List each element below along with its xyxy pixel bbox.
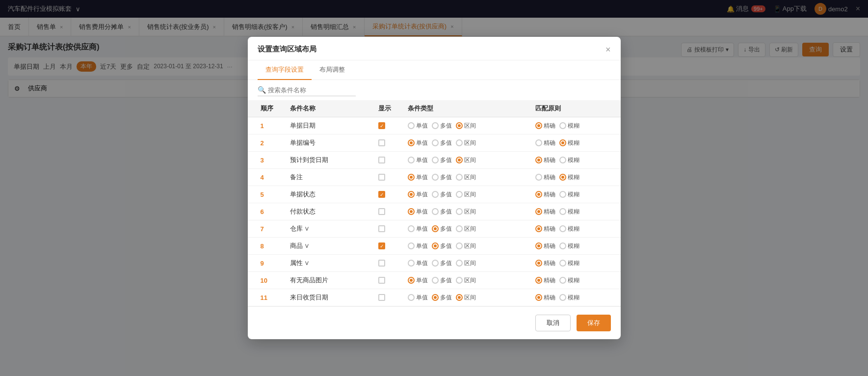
radio-single[interactable]: 单值 bbox=[408, 259, 428, 268]
display-checkbox[interactable]: ✓ bbox=[378, 191, 385, 198]
radio-match-fuzzy[interactable]: 模糊 bbox=[559, 259, 579, 268]
display-checkbox[interactable] bbox=[378, 157, 385, 163]
radio-multi[interactable]: 多值 bbox=[432, 259, 452, 268]
radio-single[interactable]: 单值 bbox=[408, 173, 428, 182]
radio-range[interactable]: 区间 bbox=[456, 156, 476, 164]
display-checkbox[interactable] bbox=[378, 225, 385, 232]
col-header-type: 条件类型 bbox=[405, 100, 532, 117]
search-input-wrap: 🔍 bbox=[258, 86, 356, 96]
radio-single[interactable]: 单值 bbox=[408, 225, 428, 233]
radio-range[interactable]: 区间 bbox=[456, 276, 476, 285]
dialog-footer: 取消 保存 bbox=[248, 306, 621, 339]
display-checkbox[interactable]: ✓ bbox=[378, 122, 385, 129]
radio-match-fuzzy[interactable]: 模糊 bbox=[559, 294, 579, 302]
radio-single[interactable]: 单值 bbox=[408, 190, 428, 199]
display-checkbox[interactable] bbox=[378, 260, 385, 267]
dialog-tab-layout[interactable]: 布局调整 bbox=[312, 60, 353, 80]
search-input[interactable] bbox=[268, 86, 346, 94]
radio-match-exact[interactable]: 精确 bbox=[535, 208, 555, 216]
table-row: 6付款状态单值多值区间精确模糊 bbox=[248, 203, 621, 220]
row-order: 2 bbox=[258, 135, 287, 151]
radio-range[interactable]: 区间 bbox=[456, 259, 476, 268]
radio-multi[interactable]: 多值 bbox=[432, 242, 452, 250]
settings-dialog: 设置查询区域布局 × 查询字段设置 布局调整 🔍 顺序 条件名称 显示 条件类型 bbox=[248, 37, 621, 339]
row-type-cell: 单值多值区间 bbox=[405, 204, 532, 220]
dialog-close-btn[interactable]: × bbox=[605, 45, 611, 54]
row-name: 属性 ∨ bbox=[287, 255, 375, 271]
radio-match-exact[interactable]: 精确 bbox=[535, 294, 555, 302]
display-checkbox[interactable] bbox=[378, 294, 385, 301]
row-display-cell bbox=[375, 290, 405, 305]
radio-match-fuzzy[interactable]: 模糊 bbox=[559, 173, 579, 182]
radio-match-fuzzy[interactable]: 模糊 bbox=[559, 225, 579, 233]
radio-single[interactable]: 单值 bbox=[408, 156, 428, 164]
radio-match-exact[interactable]: 精确 bbox=[535, 259, 555, 268]
row-match-cell: 精确模糊 bbox=[532, 152, 621, 168]
radio-match-fuzzy[interactable]: 模糊 bbox=[559, 156, 579, 164]
row-type-cell: 单值多值区间 bbox=[405, 169, 532, 186]
radio-single[interactable]: 单值 bbox=[408, 139, 428, 147]
radio-match-exact[interactable]: 精确 bbox=[535, 173, 555, 182]
row-name: 单据状态 bbox=[287, 186, 375, 203]
radio-match-fuzzy[interactable]: 模糊 bbox=[559, 139, 579, 147]
radio-match-fuzzy[interactable]: 模糊 bbox=[559, 276, 579, 285]
radio-match-exact[interactable]: 精确 bbox=[535, 242, 555, 250]
row-display-cell: ✓ bbox=[375, 239, 405, 253]
table-row: 7仓库 ∨单值多值区间精确模糊 bbox=[248, 220, 621, 238]
radio-multi[interactable]: 多值 bbox=[432, 122, 452, 130]
radio-multi[interactable]: 多值 bbox=[432, 139, 452, 147]
radio-multi[interactable]: 多值 bbox=[432, 225, 452, 233]
table-row: 8商品 ∨✓单值多值区间精确模糊 bbox=[248, 238, 621, 255]
table-row: 10有无商品图片单值多值区间精确模糊 bbox=[248, 272, 621, 289]
radio-match-exact[interactable]: 精确 bbox=[535, 276, 555, 285]
table-row: 11来日收货日期单值多值区间精确模糊 bbox=[248, 289, 621, 306]
radio-match-exact[interactable]: 精确 bbox=[535, 122, 555, 130]
dialog-tab-query-fields[interactable]: 查询字段设置 bbox=[258, 60, 312, 80]
radio-match-exact[interactable]: 精确 bbox=[535, 139, 555, 147]
radio-match-fuzzy[interactable]: 模糊 bbox=[559, 208, 579, 216]
radio-range[interactable]: 区间 bbox=[456, 139, 476, 147]
radio-match-exact[interactable]: 精确 bbox=[535, 190, 555, 199]
radio-multi[interactable]: 多值 bbox=[432, 294, 452, 302]
radio-range[interactable]: 区间 bbox=[456, 122, 476, 130]
display-checkbox[interactable]: ✓ bbox=[378, 242, 385, 249]
radio-range[interactable]: 区间 bbox=[456, 242, 476, 250]
row-type-cell: 单值多值区间 bbox=[405, 221, 532, 237]
dialog-table-header: 顺序 条件名称 显示 条件类型 匹配原则 bbox=[248, 100, 621, 117]
row-display-cell: ✓ bbox=[375, 118, 405, 133]
radio-single[interactable]: 单值 bbox=[408, 242, 428, 250]
save-btn[interactable]: 保存 bbox=[577, 315, 611, 331]
display-checkbox[interactable] bbox=[378, 208, 385, 215]
radio-multi[interactable]: 多值 bbox=[432, 190, 452, 199]
radio-range[interactable]: 区间 bbox=[456, 173, 476, 182]
radio-range[interactable]: 区间 bbox=[456, 190, 476, 199]
radio-range[interactable]: 区间 bbox=[456, 294, 476, 302]
radio-match-fuzzy[interactable]: 模糊 bbox=[559, 190, 579, 199]
table-row: 5单据状态✓单值多值区间精确模糊 bbox=[248, 186, 621, 203]
radio-multi[interactable]: 多值 bbox=[432, 173, 452, 182]
row-name: 商品 ∨ bbox=[287, 238, 375, 254]
display-checkbox[interactable] bbox=[378, 139, 385, 146]
radio-range[interactable]: 区间 bbox=[456, 208, 476, 216]
radio-match-exact[interactable]: 精确 bbox=[535, 225, 555, 233]
row-name: 备注 bbox=[287, 169, 375, 186]
cancel-btn[interactable]: 取消 bbox=[535, 315, 571, 331]
radio-single[interactable]: 单值 bbox=[408, 208, 428, 216]
radio-multi[interactable]: 多值 bbox=[432, 156, 452, 164]
row-match-cell: 精确模糊 bbox=[532, 118, 621, 134]
radio-match-fuzzy[interactable]: 模糊 bbox=[559, 242, 579, 250]
radio-multi[interactable]: 多值 bbox=[432, 208, 452, 216]
row-match-cell: 精确模糊 bbox=[532, 135, 621, 151]
radio-single[interactable]: 单值 bbox=[408, 276, 428, 285]
radio-range[interactable]: 区间 bbox=[456, 225, 476, 233]
radio-multi[interactable]: 多值 bbox=[432, 276, 452, 285]
radio-single[interactable]: 单值 bbox=[408, 122, 428, 130]
radio-match-fuzzy[interactable]: 模糊 bbox=[559, 122, 579, 130]
radio-match-exact[interactable]: 精确 bbox=[535, 156, 555, 164]
radio-single[interactable]: 单值 bbox=[408, 294, 428, 302]
display-checkbox[interactable] bbox=[378, 277, 385, 284]
col-header-match: 匹配原则 bbox=[532, 100, 631, 117]
dialog-table-body: 1单据日期✓单值多值区间精确模糊2单据编号单值多值区间精确模糊3预计到货日期单值… bbox=[248, 117, 621, 306]
display-checkbox[interactable] bbox=[378, 174, 385, 181]
row-match-cell: 精确模糊 bbox=[532, 204, 621, 220]
